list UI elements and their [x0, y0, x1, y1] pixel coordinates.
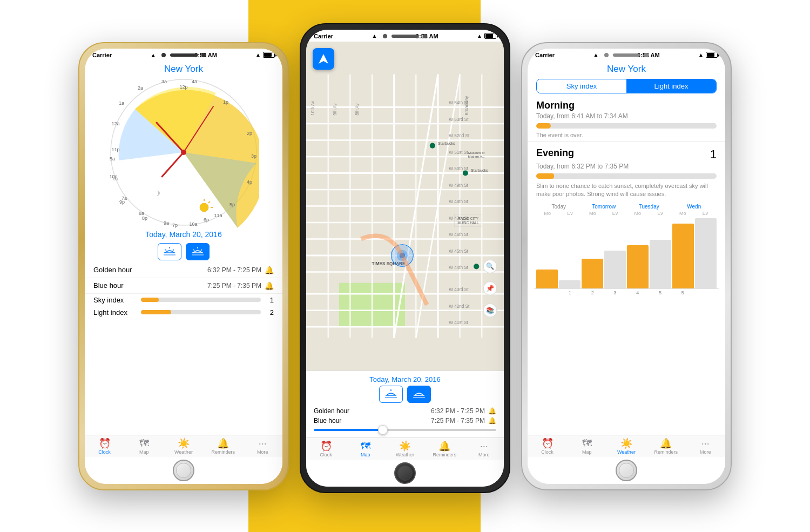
tab-clock-3[interactable]: ⏰ Clock: [534, 439, 561, 455]
vol-up-button[interactable]: [78, 97, 79, 112]
tab-reminders-3[interactable]: 🔔 Reminders: [652, 439, 679, 455]
power-btn-2[interactable]: [509, 100, 510, 127]
map-tab-icon: 🗺: [139, 439, 149, 448]
weather-screen: New York Sky index Light index Morning T…: [528, 60, 725, 435]
vol-down-button[interactable]: [78, 119, 79, 134]
home-button-2[interactable]: [394, 462, 416, 484]
clock-tab-icon-3: ⏰: [542, 439, 554, 448]
tab-more-1[interactable]: ··· More: [249, 439, 276, 455]
tab-reminders-1[interactable]: 🔔 Reminders: [210, 439, 237, 455]
x-label-1: 1: [559, 290, 582, 295]
more-tab-icon-2: ···: [480, 441, 488, 451]
svg-text:W 42nd St: W 42nd St: [449, 304, 470, 308]
svg-text:1p: 1p: [223, 99, 228, 105]
x-label-5b: 5: [672, 290, 694, 295]
bar-tomorrow-ev: [604, 251, 626, 288]
tab-map-3[interactable]: 🗺 Map: [573, 439, 600, 455]
bell-icon-1[interactable]: 🔔: [265, 266, 274, 274]
home-button-1[interactable]: [173, 460, 194, 481]
phone-2-wrapper: Carrier ▲ 9:58 AM ▲: [300, 23, 510, 493]
map-golden-label: Golden hour: [314, 407, 349, 415]
phone-1-wrapper: Carrier ▲ 9:58 AM ▲ New York: [78, 42, 289, 490]
svg-text:8th Av: 8th Av: [355, 103, 360, 115]
svg-point-89: [430, 143, 435, 148]
tab-reminders-2[interactable]: 🔔 Reminders: [431, 441, 458, 457]
blue-hour-value: 7:25 PM - 7:35 PM: [207, 282, 261, 289]
svg-text:W 44th St: W 44th St: [449, 265, 468, 270]
home-button-area-3: [528, 457, 725, 484]
battery-2: [484, 33, 496, 39]
vol-up-btn-3[interactable]: [521, 97, 522, 112]
vol-up-btn-2[interactable]: [300, 78, 301, 93]
tab-weather-3[interactable]: ☀️ Weather: [613, 439, 640, 455]
map-bell-1[interactable]: 🔔: [488, 407, 496, 415]
map-container[interactable]: W 54th St W 53rd St W 52nd St W 51st St …: [306, 42, 504, 371]
reminders-tab-label-3: Reminders: [654, 449, 678, 455]
bar-wedn-ev: [695, 218, 717, 288]
svg-text:6a: 6a: [113, 176, 118, 181]
tab-bar-3: ⏰ Clock 🗺 Map ☀️ Weather 🔔 Reminders: [528, 435, 725, 457]
evening-description: Slim to none chance to catch sunset, com…: [528, 181, 725, 200]
map-slider-thumb[interactable]: [378, 425, 388, 435]
tab-bar-2: ⏰ Clock 🗺 Map ☀️ Weather 🔔 Reminders: [306, 437, 504, 460]
tab-clock-2[interactable]: ⏰ Clock: [313, 441, 340, 457]
tab-more-3[interactable]: ··· More: [692, 439, 719, 455]
clock-svg: 12p 1p 2p 3p 4p 5p 6p 7p 8p 9p 10p 11p: [108, 77, 259, 228]
tab-map-2[interactable]: 🗺 Map: [352, 441, 379, 457]
segment-control[interactable]: Sky index Light index: [536, 79, 717, 93]
more-tab-icon: ···: [259, 439, 267, 448]
tab-more-2[interactable]: ··· More: [470, 441, 497, 457]
vol-down-btn-2[interactable]: [300, 100, 301, 115]
chart-bars: [534, 218, 719, 288]
seg-sky-index[interactable]: Sky index: [537, 79, 626, 93]
clock-tab-label: Clock: [98, 449, 111, 455]
clock-screen: New York: [85, 60, 282, 435]
sunrise-btn[interactable]: [158, 243, 181, 260]
blue-hour-row: Blue hour 7:25 PM - 7:35 PM 🔔: [85, 278, 282, 294]
earpiece-speaker: [170, 53, 197, 57]
evening-progress-fill: [536, 173, 554, 179]
tab-weather-1[interactable]: ☀️ Weather: [170, 439, 197, 455]
svg-text:RADIO CITY: RADIO CITY: [458, 216, 478, 220]
map-bell-2[interactable]: 🔔: [488, 417, 496, 425]
morning-progress-row: [528, 122, 725, 131]
x-label-dash: -: [536, 290, 559, 295]
svg-text:10th Av: 10th Av: [310, 100, 315, 115]
phone-3-screen: Carrier ▲ 9:58 AM ▲ New York Sky index: [528, 49, 725, 484]
svg-text:12p: 12p: [179, 84, 187, 90]
location-button[interactable]: [313, 48, 334, 70]
phone-top-bar: [161, 53, 206, 57]
home-button-inner-3: [619, 463, 634, 478]
map-icons-row[interactable]: [314, 386, 496, 403]
seg-light-index[interactable]: Light index: [626, 79, 716, 93]
home-button-3[interactable]: [616, 460, 637, 481]
section-divider: [528, 142, 725, 142]
vol-down-btn-3[interactable]: [521, 119, 522, 134]
tab-weather-2[interactable]: ☀️ Weather: [392, 441, 418, 457]
clock-icons-row[interactable]: [85, 243, 282, 260]
bell-icon-2[interactable]: 🔔: [265, 281, 274, 290]
power-button[interactable]: [288, 119, 289, 146]
map-sunrise-icon: [384, 389, 397, 400]
svg-text:W 46th St: W 46th St: [449, 232, 468, 237]
sunset-btn[interactable]: [186, 243, 210, 260]
map-sunset-btn[interactable]: [407, 386, 431, 403]
tab-map-1[interactable]: 🗺 Map: [131, 439, 158, 455]
clock-tab-label-2: Clock: [320, 452, 332, 457]
power-btn-3[interactable]: [731, 119, 732, 146]
map-sunrise-btn[interactable]: [379, 386, 403, 403]
clock-tab-icon: ⏰: [99, 439, 111, 448]
more-tab-icon-3: ···: [701, 439, 710, 448]
tab-clock-1[interactable]: ⏰ Clock: [91, 439, 118, 455]
battery-fill: [264, 53, 272, 57]
sky-index-bar: [141, 298, 261, 302]
evening-header: Evening 1: [528, 144, 725, 163]
svg-text:W 43rd St: W 43rd St: [449, 287, 469, 292]
location-icon: ▲: [255, 52, 261, 58]
battery-indicator: [263, 52, 275, 58]
reminders-tab-icon: 🔔: [217, 439, 229, 448]
city-title-1: New York: [85, 60, 282, 77]
map-slider[interactable]: [314, 429, 496, 431]
svg-text:3a: 3a: [161, 79, 167, 84]
svg-text:📚: 📚: [486, 306, 495, 314]
